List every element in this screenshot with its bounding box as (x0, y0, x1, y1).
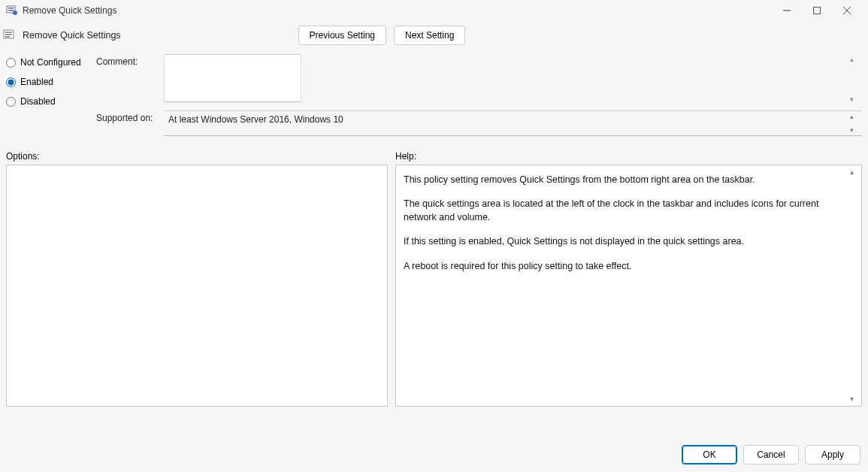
supported-row: Supported on: At least Windows Server 20… (96, 110, 862, 136)
help-paragraph: The quick settings area is located at th… (404, 197, 845, 224)
previous-setting-button[interactable]: Previous Setting (298, 26, 386, 45)
comment-textarea[interactable] (164, 54, 301, 102)
policy-item-icon (3, 29, 17, 42)
policy-title: Remove Quick Settings (23, 30, 121, 41)
minimize-button[interactable] (772, 0, 802, 21)
options-label: Options: (6, 151, 388, 162)
help-paragraph: A reboot is required for this policy set… (404, 259, 845, 273)
supported-on-value: At least Windows Server 2016, Windows 10 (168, 114, 343, 125)
comment-label: Comment: (96, 54, 158, 67)
comment-row: Comment: ▴▾ (96, 54, 862, 104)
supported-scroll-icon: ▴▾ (850, 111, 860, 135)
svg-rect-2 (8, 10, 14, 11)
comment-scroll-icon: ▴▾ (850, 54, 860, 104)
radio-disabled[interactable]: Disabled (6, 96, 96, 107)
window-title: Remove Quick Settings (23, 5, 116, 16)
policy-app-icon (6, 5, 18, 17)
panel-labels: Options: Help: (0, 136, 868, 165)
close-button[interactable] (832, 0, 862, 21)
state-radio-group: Not Configured Enabled Disabled (6, 54, 96, 136)
options-panel (6, 165, 388, 407)
cancel-button[interactable]: Cancel (743, 445, 799, 464)
titlebar: Remove Quick Settings (0, 0, 868, 21)
svg-rect-10 (5, 34, 12, 35)
svg-rect-9 (5, 32, 12, 33)
window-controls (772, 0, 862, 21)
svg-point-3 (13, 11, 17, 15)
radio-enabled-label: Enabled (20, 77, 53, 87)
radio-not-configured-label: Not Configured (20, 57, 81, 68)
fields-column: Comment: ▴▾ Supported on: At least Windo… (96, 54, 862, 136)
radio-disabled-label: Disabled (20, 96, 56, 107)
panels: This policy setting removes Quick Settin… (0, 165, 868, 407)
help-label: Help: (395, 151, 862, 162)
svg-rect-11 (5, 36, 10, 38)
help-scroll-icon: ▴▾ (850, 167, 859, 404)
svg-rect-1 (8, 8, 14, 9)
dialog-footer: OK Cancel Apply (682, 445, 860, 464)
next-setting-button[interactable]: Next Setting (394, 26, 465, 45)
help-paragraph: If this setting is enabled, Quick Settin… (404, 234, 845, 248)
ok-button[interactable]: OK (682, 445, 737, 464)
radio-enabled[interactable]: Enabled (6, 77, 96, 87)
nav-buttons: Previous Setting Next Setting (298, 26, 466, 45)
supported-on-box: At least Windows Server 2016, Windows 10… (164, 110, 862, 136)
header-row: Remove Quick Settings Previous Setting N… (0, 21, 868, 50)
maximize-button[interactable] (802, 0, 832, 21)
apply-button[interactable]: Apply (805, 445, 860, 464)
supported-label: Supported on: (96, 110, 158, 123)
radio-not-configured[interactable]: Not Configured (6, 57, 96, 68)
radio-disabled-input[interactable] (6, 97, 16, 107)
help-panel: This policy setting removes Quick Settin… (395, 165, 862, 407)
config-area: Not Configured Enabled Disabled Comment:… (0, 50, 868, 136)
radio-enabled-input[interactable] (6, 77, 16, 87)
titlebar-left: Remove Quick Settings (6, 5, 116, 17)
radio-not-configured-input[interactable] (6, 58, 16, 68)
svg-rect-5 (814, 8, 821, 14)
help-paragraph: This policy setting removes Quick Settin… (404, 173, 845, 186)
